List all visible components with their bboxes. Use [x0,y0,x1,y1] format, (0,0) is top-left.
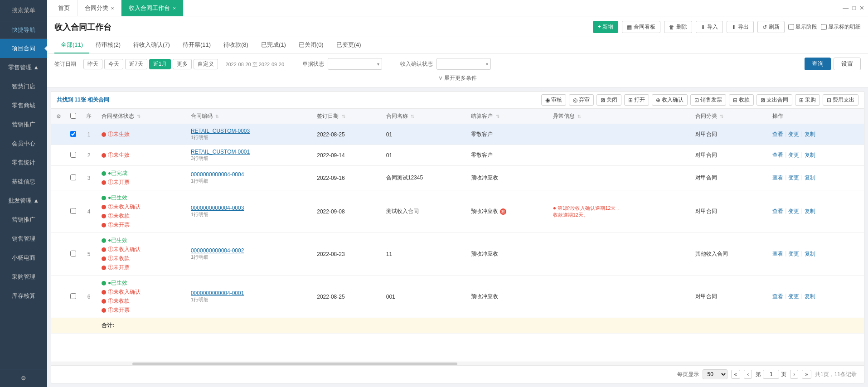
sub-tab-closed[interactable]: 已关闭(0) [292,37,330,53]
sidebar-item-marketing2[interactable]: 营销推广 [0,210,47,229]
sidebar-item-wholesale[interactable]: 批发管理 ▲ [0,191,47,210]
sidebar-item-retail-management[interactable]: 零售管理 ▲ [0,58,47,77]
date-7days[interactable]: 近7天 [125,59,147,69]
page-number-input[interactable] [763,370,779,379]
import-button[interactable]: ⬇ 导入 [696,21,723,33]
change-btn-4[interactable]: 变更 [788,208,799,215]
view-btn-3[interactable]: 查看 [772,174,783,182]
row-checkbox-3[interactable] [70,174,76,180]
contract-code-link-5[interactable]: 0000000000004-0002 [191,247,244,254]
action-income-confirm[interactable]: ⊕ 收入确认 [652,94,688,106]
minimize-btn[interactable]: — [843,5,849,11]
doc-status-select[interactable] [328,58,382,70]
sidebar-search[interactable]: 搜索菜单 [0,0,47,21]
copy-btn-4[interactable]: 复制 [805,208,815,215]
sort-contract-type[interactable]: ⇅ [720,114,723,119]
sub-tab-all[interactable]: 全部(11) [54,37,89,53]
sub-tab-pending-invoice[interactable]: 待开票(11) [176,37,217,53]
delete-button[interactable]: 🗑 删除 [664,21,692,33]
sidebar-settings[interactable]: ⚙ [0,369,47,387]
action-purchase[interactable]: ⊞ 采购 [795,94,820,106]
action-payment[interactable]: ⊟ 收款 [729,94,754,106]
change-btn-6[interactable]: 变更 [788,293,799,300]
view-btn-2[interactable]: 查看 [772,151,783,159]
horizontal-scrollbar[interactable] [51,362,864,365]
date-more[interactable]: 更多 [173,59,192,69]
last-page-btn[interactable]: » [802,370,811,379]
contract-code-link-4[interactable]: 0000000000004-0003 [191,205,244,211]
sidebar-item-purchase[interactable]: 采购管理 [0,267,47,286]
contract-code-link-2[interactable]: RETAIL_CUSTOM-0001 [191,149,250,155]
sub-tab-changed[interactable]: 已变更(4) [330,37,368,53]
action-close[interactable]: ⊠ 关闭 [596,94,621,106]
maximize-btn[interactable]: □ [852,5,856,11]
sidebar-item-basic-info[interactable]: 基础信息 [0,172,47,191]
col-gear[interactable]: ⚙ [51,109,66,124]
sort-overall-status[interactable]: ⇅ [137,114,141,119]
change-btn-2[interactable]: 变更 [788,151,799,159]
action-expense-contract[interactable]: ⊠ 支出合同 [756,94,792,106]
query-button[interactable]: 查询 [805,58,831,70]
action-review[interactable]: ◉ 审核 [541,94,566,106]
change-btn-1[interactable]: 变更 [788,131,799,138]
copy-btn-5[interactable]: 复制 [805,250,815,258]
view-btn-6[interactable]: 查看 [772,293,783,300]
sidebar-item-retail-stats[interactable]: 零售统计 [0,153,47,172]
sidebar-item-marketing[interactable]: 营销推广 [0,115,47,134]
sort-customer[interactable]: ⇅ [496,114,499,119]
copy-btn-6[interactable]: 复制 [805,293,815,300]
sub-tab-pending-review[interactable]: 待审核(2) [89,37,127,53]
sidebar-item-smart-store[interactable]: 智慧门店 [0,77,47,96]
sort-sign-date[interactable]: ⇅ [342,114,345,119]
export-button[interactable]: ⬆ 导出 [727,21,754,33]
copy-btn-1[interactable]: 复制 [805,131,815,138]
contract-code-link-6[interactable]: 0000000000004-0001 [191,290,244,296]
view-btn-1[interactable]: 查看 [772,131,783,138]
copy-btn-3[interactable]: 复制 [805,174,815,182]
sub-tab-pending-payment[interactable]: 待收款(8) [217,37,255,53]
view-btn-5[interactable]: 查看 [772,250,783,258]
action-expense[interactable]: ⊡ 费用支出 [823,94,858,106]
sidebar-item-sales-mgmt[interactable]: 销售管理 [0,229,47,248]
contract-code-link-3[interactable]: 0000000000004-0004 [191,171,244,178]
settings-button[interactable]: 设置 [834,58,861,70]
date-today[interactable]: 今天 [104,59,123,69]
row-checkbox-2[interactable] [70,152,76,158]
action-abandon-review[interactable]: ◎ 弃审 [569,94,594,106]
change-btn-3[interactable]: 变更 [788,174,799,182]
sort-exception[interactable]: ⇅ [577,114,581,119]
sidebar-item-ecommerce[interactable]: 小畅电商 [0,248,47,267]
date-yesterday[interactable]: 昨天 [83,59,102,69]
view-btn-4[interactable]: 查看 [772,208,783,215]
row-checkbox-4[interactable] [70,208,76,214]
row-checkbox-1[interactable] [70,131,76,137]
copy-btn-2[interactable]: 复制 [805,151,815,159]
select-all-checkbox[interactable] [70,113,76,119]
refresh-button[interactable]: ↺ 刷新 [757,21,785,33]
page-size-select[interactable]: 20 50 100 [703,369,727,379]
row-checkbox-5[interactable] [70,251,76,256]
change-btn-5[interactable]: 变更 [788,250,799,258]
add-button[interactable]: + 新增 [593,21,618,33]
expand-btn[interactable]: ∨ 展开更多条件 [434,73,481,83]
tab-close-contract-category[interactable]: × [111,5,114,11]
first-page-btn[interactable]: « [731,370,741,379]
income-confirm-select[interactable] [436,58,491,70]
show-detail-checkbox[interactable]: 显示标的明细 [821,23,861,31]
sidebar-item-inventory[interactable]: 库存核算 [0,286,47,305]
sidebar-item-membership[interactable]: 会员中心 [0,134,47,153]
action-sales-invoice[interactable]: ⊡ 销售发票 [690,94,726,106]
sidebar-item-retail-mall[interactable]: 零售商城 [0,96,47,115]
sidebar-quicknav[interactable]: 快捷导航 [0,21,47,39]
row-checkbox-6[interactable] [70,293,76,299]
tab-contract-category[interactable]: 合同分类 × [78,0,121,16]
close-btn[interactable]: ✕ [859,5,864,11]
scrollbar-thumb[interactable] [132,363,457,365]
sidebar-item-project-contract[interactable]: 项目合同 [0,39,47,58]
date-1month[interactable]: 近1月 [149,59,171,69]
tab-home[interactable]: 首页 [51,0,78,16]
action-open[interactable]: ⊞ 打开 [624,94,649,106]
date-custom[interactable]: 自定义 [194,59,218,69]
next-page-btn[interactable]: › [790,370,798,379]
prev-page-btn[interactable]: ‹ [744,370,752,379]
